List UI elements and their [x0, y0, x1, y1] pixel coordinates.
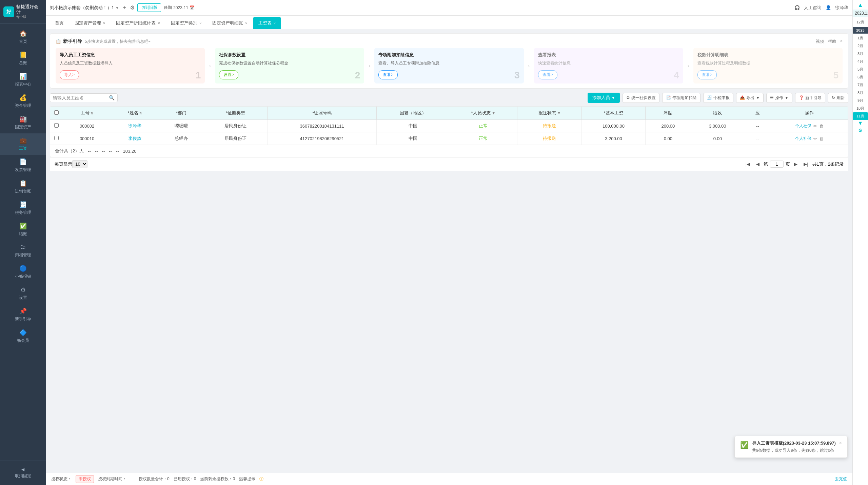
calendar-up-arrow[interactable]: ▲	[858, 2, 863, 8]
sidebar-item-archive[interactable]: 🗂 归档管理	[0, 240, 46, 261]
row1-dept: 嗯嗯嗯	[159, 120, 204, 132]
add-employee-button[interactable]: 添加人员 ▼	[588, 93, 620, 103]
calendar-down-arrow[interactable]: ▼	[858, 120, 863, 126]
page-input[interactable]	[770, 161, 784, 168]
step3-btn[interactable]: 查看>	[378, 70, 398, 79]
search-input[interactable]	[53, 95, 109, 100]
sidebar-item-salary[interactable]: 💼 工资	[0, 133, 46, 155]
row1-name-link[interactable]: 徐泽华	[128, 123, 141, 128]
tab-close-detail[interactable]: ×	[245, 21, 247, 25]
row1-edit-icon[interactable]: ✏	[813, 124, 817, 129]
recharge-link[interactable]: 去充值	[835, 476, 847, 482]
export-button[interactable]: 📤 导出 ▼	[736, 93, 764, 103]
calendar-month-10[interactable]: 10月	[853, 105, 868, 112]
tab-depreciation[interactable]: 固定资产折旧统计表 ×	[111, 17, 165, 29]
settings-icon: ⚙	[20, 286, 26, 294]
row1-social-link[interactable]: 个人社保	[795, 123, 811, 129]
calendar-month-8[interactable]: 8月	[853, 89, 868, 97]
sidebar-item-purchases[interactable]: 📋 进销台账	[0, 176, 46, 198]
settings-account-icon[interactable]: ⚙	[130, 4, 135, 11]
row2-id-num: 412702198206290521	[267, 132, 376, 145]
row1-nationality: 中国	[377, 120, 449, 132]
select-all-checkbox[interactable]	[54, 110, 59, 115]
sidebar-item-guide[interactable]: 📌 新手引导	[0, 304, 46, 325]
calendar-month-2[interactable]: 2月	[853, 42, 868, 50]
tab-fixed-assets[interactable]: 固定资产管理 ×	[70, 17, 110, 29]
row2-edit-icon[interactable]: ✏	[813, 136, 817, 141]
guide-close-btn[interactable]: ×	[840, 39, 843, 44]
tab-close-fixed-assets[interactable]: ×	[103, 21, 105, 25]
filter-report-icon[interactable]: ▼	[557, 111, 561, 115]
subsidy-button[interactable]: 📑 专项附加扣除	[662, 93, 701, 103]
guide-video-link[interactable]: 视频	[816, 39, 824, 44]
row2-social-link[interactable]: 个人社保	[795, 136, 811, 142]
logo-name: 畅捷通好会计	[16, 4, 42, 15]
first-page-btn[interactable]: |◀	[744, 161, 752, 167]
row1-checkbox[interactable]	[54, 123, 59, 128]
guide-help-link[interactable]: 帮助	[828, 39, 836, 44]
calendar-month-7[interactable]: 7月	[853, 81, 868, 89]
row1-id: 000002	[63, 120, 111, 132]
row2-name-link[interactable]: 李俊杰	[128, 136, 141, 141]
account-dropdown-arrow[interactable]: ▼	[115, 6, 119, 10]
refresh-button[interactable]: ↻ 刷新	[828, 93, 848, 103]
calendar-month-4[interactable]: 4月	[853, 58, 868, 66]
sidebar-item-reports[interactable]: 📊 报表中心	[0, 69, 46, 91]
sidebar-label-assets: 固定资产	[15, 124, 31, 130]
calendar-month-12[interactable]: 12月	[853, 18, 868, 26]
step5-btn[interactable]: 查看>	[697, 70, 717, 79]
newbie-guide-button[interactable]: ❓ 新手引导	[795, 93, 825, 103]
sidebar-item-settings[interactable]: ⚙ 设置	[0, 283, 46, 304]
sidebar-item-assets[interactable]: 🏭 固定资产	[0, 112, 46, 133]
sidebar-item-finance[interactable]: 💰 资金管理	[0, 91, 46, 112]
row2-delete-icon[interactable]: 🗑	[819, 136, 824, 141]
row1-action: 个人社保 ✏ 🗑	[771, 120, 848, 132]
sidebar-item-tax[interactable]: 🧾 税务管理	[0, 198, 46, 219]
tax-report-button[interactable]: 🧾 个税申报	[703, 93, 733, 103]
tab-close-depreciation[interactable]: ×	[158, 21, 160, 25]
step2-btn[interactable]: 设置>	[219, 70, 238, 79]
last-page-btn[interactable]: ▶|	[802, 161, 810, 167]
social-insurance-button[interactable]: ⚙ 统一社保设置	[623, 93, 659, 103]
next-page-btn[interactable]: ▶	[792, 161, 800, 167]
calendar-month-6[interactable]: 6月	[853, 73, 868, 81]
row2-checkbox[interactable]	[54, 136, 59, 140]
calendar-month-9[interactable]: 9月	[853, 97, 868, 105]
filter-status-icon[interactable]: ▼	[492, 111, 495, 115]
sidebar-item-home[interactable]: 🏠 首页	[0, 26, 46, 48]
step4-btn[interactable]: 查看>	[538, 70, 557, 79]
tab-close-salary[interactable]: ×	[274, 21, 276, 25]
tab-close-category[interactable]: ×	[199, 21, 201, 25]
operate-button[interactable]: ☰ 操作 ▼	[766, 93, 792, 103]
tab-home[interactable]: 首页	[50, 17, 69, 29]
tab-category[interactable]: 固定资产类别 ×	[166, 17, 206, 29]
customer-service-btn[interactable]: 人工咨询	[804, 5, 822, 11]
calendar-settings-icon[interactable]: ⚙	[858, 128, 863, 133]
prev-page-btn[interactable]: ◀	[754, 161, 762, 167]
calendar-month-11-current[interactable]: 11月	[853, 112, 868, 120]
calendar-month-1[interactable]: 1月	[853, 34, 868, 42]
ledger-icon: 📒	[19, 51, 27, 59]
tab-detail[interactable]: 固定资产明细账 ×	[207, 17, 252, 29]
toast-close-btn[interactable]: ×	[839, 440, 842, 446]
sidebar-item-member[interactable]: 🔷 畅会员	[0, 325, 46, 347]
tab-salary[interactable]: 工资表 ×	[253, 17, 281, 29]
add-account-icon[interactable]: ＋	[122, 4, 127, 11]
step1-btn[interactable]: 导入>	[60, 70, 79, 79]
row1-delete-icon[interactable]: 🗑	[819, 124, 824, 129]
per-page-select[interactable]: 10 20 50	[72, 160, 87, 168]
calendar-month-5[interactable]: 5月	[853, 66, 868, 73]
search-icon[interactable]: 🔍	[109, 95, 115, 100]
sort-name-icon[interactable]: ⇅	[139, 111, 142, 115]
calendar-month-3[interactable]: 3月	[853, 50, 868, 58]
sort-id-icon[interactable]: ⇅	[91, 111, 93, 115]
cancel-fixed-btn[interactable]: ◀ 取消固定	[0, 464, 46, 482]
sidebar-item-ledger[interactable]: 📒 总账	[0, 48, 46, 69]
calendar-icon[interactable]: 📅	[190, 5, 195, 10]
switch-version-button[interactable]: 切到旧版	[137, 3, 161, 12]
sidebar-item-close[interactable]: ✅ 结账	[0, 219, 46, 240]
sidebar-item-expense[interactable]: 🔵 小畅报销	[0, 261, 46, 283]
tab-home-label: 首页	[55, 20, 64, 26]
sidebar-item-invoice[interactable]: 📄 发票管理	[0, 155, 46, 176]
member-icon: 🔷	[19, 329, 27, 336]
